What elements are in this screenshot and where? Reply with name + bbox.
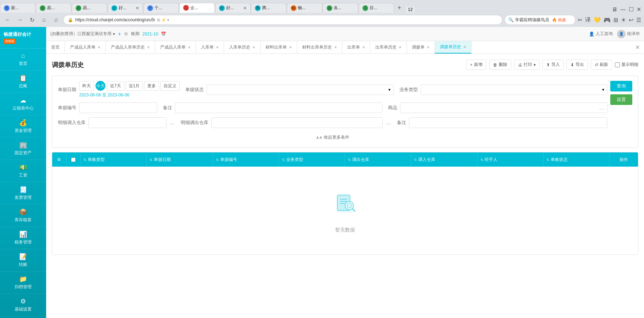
browser-tab-10[interactable]: 各 各... — [323, 3, 358, 13]
grid-icon[interactable]: ⊞ — [613, 17, 618, 23]
search-button[interactable]: 查询 — [610, 81, 632, 91]
date-btn-today[interactable]: 今天 — [95, 81, 105, 91]
browser-tab-5[interactable]: 个 个... — [143, 3, 179, 13]
page-tab-product-in2-close[interactable]: ✕ — [188, 45, 191, 49]
th-doc-date[interactable]: ⇅ 单据日期 — [147, 153, 213, 166]
doc-no-input[interactable] — [79, 102, 157, 113]
print-button[interactable]: 🖨 打印 ▾ — [514, 60, 540, 70]
page-tab-out-order[interactable]: 出库单 ✕ — [342, 41, 370, 53]
sidebar-item-closing[interactable]: 📝 结账 — [0, 249, 46, 272]
export-button[interactable]: ⬇ 导出 — [567, 60, 588, 70]
date-btn-custom[interactable]: 自定义 — [160, 81, 180, 91]
filter-settings-button[interactable]: 设置 — [610, 94, 632, 105]
address-bar[interactable]: 🔒 https://cloud.chanjet.com/accounting/u… — [63, 15, 502, 25]
scissors-icon[interactable]: ✂ — [578, 17, 582, 23]
refresh-button[interactable]: ↺ 刷新 — [591, 60, 612, 70]
menu-icon[interactable]: ☰ — [636, 17, 641, 23]
page-tab-material-out-hist[interactable]: 材料出库单历史 ✕ — [297, 41, 342, 53]
goods-input[interactable] — [400, 102, 607, 113]
reload-button[interactable]: ↻ — [27, 15, 37, 25]
browser-tab-9[interactable]: 畅 畅... — [287, 3, 322, 13]
new-tab-button[interactable]: + — [394, 3, 404, 13]
back-button[interactable]: ← — [3, 15, 13, 25]
home-button[interactable]: ⌂ — [39, 15, 49, 25]
tab-close-7[interactable]: ✕ — [243, 6, 247, 11]
date-btn-1month[interactable]: 近1月 — [126, 81, 143, 91]
th-doc-type[interactable]: ⇅ 单账类型 — [81, 153, 147, 166]
page-tab-out-order-hist-close[interactable]: ✕ — [399, 45, 402, 49]
goods-more-icon[interactable]: … — [599, 105, 605, 111]
select-all-checkbox[interactable] — [71, 157, 76, 162]
page-tab-transfer-close[interactable]: ✕ — [427, 45, 430, 49]
page-tab-product-in[interactable]: 产成品入库单 ✕ — [65, 41, 106, 53]
tab-count[interactable]: 12 — [406, 6, 415, 13]
minimize-button[interactable]: — — [620, 6, 626, 13]
th-doc-no[interactable]: ⇅ 单据编号 — [213, 153, 279, 166]
detail-remark-input[interactable] — [409, 117, 607, 128]
sidebar-item-settings[interactable]: ⚙ 基础设置 — [0, 294, 46, 316]
status-select[interactable]: ▾ — [207, 84, 393, 95]
page-tab-out-order-hist[interactable]: 出库单历史 ✕ — [370, 41, 407, 53]
delete-button[interactable]: 🗑 删除 — [489, 60, 511, 70]
page-tab-material-out-hist-close[interactable]: ✕ — [334, 45, 337, 49]
page-tab-product-in-hist[interactable]: 产成品入库单历史 ✕ — [106, 41, 155, 53]
th-doc-status[interactable]: ⇅ 单账状态 — [544, 153, 610, 166]
th-out-warehouse[interactable]: ⇅ 调出仓库 — [345, 153, 411, 166]
th-check[interactable] — [66, 154, 81, 166]
company-settings-icon[interactable]: ⚙ — [124, 31, 128, 37]
wallet-icon[interactable]: 💛 — [594, 17, 601, 23]
page-tab-home[interactable]: 首页 — [46, 41, 65, 53]
maximize-button[interactable]: ☐ — [629, 6, 634, 13]
add-company-button[interactable]: + — [118, 31, 121, 37]
page-tab-transfer-hist[interactable]: 调拨单历史 ✕ — [435, 41, 471, 54]
th-handler[interactable]: ⇅ 经手人 — [477, 153, 544, 166]
detail-out-more-icon[interactable]: … — [386, 119, 391, 126]
browser-tab-11[interactable]: S 目... — [359, 3, 394, 13]
page-tab-transfer-hist-close[interactable]: ✕ — [463, 45, 466, 49]
browser-tab-2[interactable]: 在 易... — [36, 3, 71, 13]
sidebar-item-reports[interactable]: ☁ 云报表中心 — [0, 93, 46, 115]
window-icon[interactable]: 🖥 — [612, 6, 617, 13]
dropdown-icon[interactable]: ⊞ ⚡ ▾ — [157, 18, 169, 22]
sidebar-item-inventory[interactable]: 📦 库存核算 — [0, 205, 46, 227]
user-info[interactable]: 👤 徐泽华 — [617, 30, 640, 38]
print-dropdown-icon[interactable]: ▾ — [534, 62, 536, 67]
game-icon[interactable]: 🎮 — [604, 17, 611, 23]
biz-type-select[interactable]: ▾ — [421, 84, 607, 95]
date-btn-yesterday[interactable]: 昨天 — [79, 81, 94, 91]
translate-icon[interactable]: 译 — [585, 16, 591, 24]
browser-tab-3[interactable]: 易 易... — [72, 3, 107, 13]
remark-input[interactable] — [175, 102, 382, 113]
page-tab-in-order-close[interactable]: ✕ — [216, 45, 219, 49]
sidebar-item-funds[interactable]: 💰 资金管理 — [0, 115, 46, 138]
forward-button[interactable]: → — [15, 15, 25, 25]
browser-tab-4[interactable]: 好 好... ✕ — [108, 3, 143, 13]
tab-close-4[interactable]: ✕ — [136, 6, 139, 11]
page-tab-in-order-hist[interactable]: 入库单历史 ✕ — [224, 41, 261, 53]
sidebar-item-archive[interactable]: 📁 归档管理 — [0, 272, 46, 294]
collapse-button[interactable]: ∧∧ 收起更多条件 — [314, 132, 351, 143]
import-button[interactable]: ⬆ 导入 — [542, 60, 564, 70]
detail-out-input[interactable] — [211, 117, 383, 128]
date-btn-7days[interactable]: 近7天 — [107, 81, 124, 91]
show-all-checkbox[interactable] — [615, 62, 620, 67]
page-tab-product-in-close[interactable]: ✕ — [98, 45, 100, 49]
sidebar-item-assets[interactable]: 🏢 固定资产 — [0, 138, 46, 160]
sidebar-item-home[interactable]: ⌂ 首页 — [0, 49, 46, 71]
detail-in-input[interactable] — [88, 117, 167, 128]
period-selector[interactable]: 账期 2021-10 📅 — [131, 31, 166, 37]
page-tab-in-order-hist-close[interactable]: ✕ — [252, 45, 255, 49]
th-in-warehouse[interactable]: ⇅ 调入仓库 — [411, 153, 477, 166]
sidebar-item-wages[interactable]: 💵 工资 — [0, 160, 46, 182]
page-tab-product-in-hist-close[interactable]: ✕ — [147, 45, 150, 49]
browser-tab-7[interactable]: 好 好... ✕ — [215, 3, 251, 13]
browser-tab-6[interactable]: C 企... — [179, 3, 215, 13]
detail-in-more-icon[interactable]: … — [169, 119, 175, 126]
sidebar-item-ledger[interactable]: 📋 总账 — [0, 71, 46, 93]
page-tab-material-out-close[interactable]: ✕ — [289, 45, 292, 49]
th-biz-type[interactable]: ⇅ 业务类型 — [279, 153, 345, 166]
sidebar-item-invoice[interactable]: 🧾 发票管理 — [0, 182, 46, 205]
page-tab-transfer[interactable]: 调拨单 ✕ — [407, 41, 435, 53]
show-all-toggle[interactable]: 显示明细 — [615, 62, 638, 68]
service-button[interactable]: 👤 人工咨询 — [589, 31, 613, 37]
